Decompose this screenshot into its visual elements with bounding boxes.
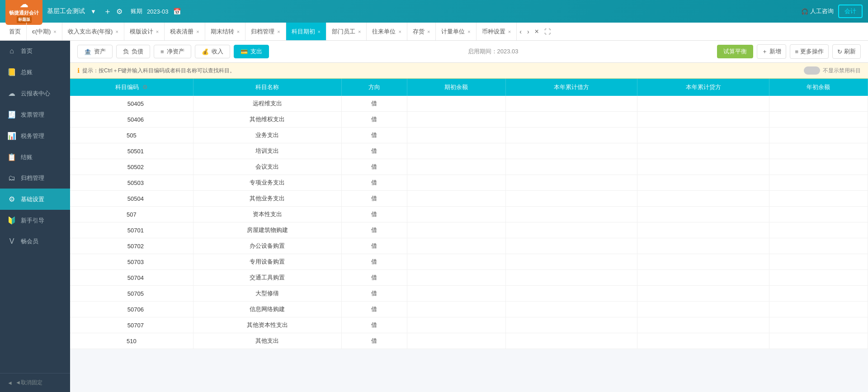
archive-icon: 🗂 bbox=[7, 174, 16, 182]
tab-prev-button[interactable]: ‹ bbox=[517, 28, 524, 35]
table-row[interactable]: 50705大型修缮借 bbox=[70, 286, 868, 302]
sub-tab-net-assets[interactable]: ≡ 净资产 bbox=[154, 45, 191, 58]
table-row[interactable]: 50706信息网络购建借 bbox=[70, 302, 868, 317]
tab-yearend[interactable]: 期末结转 × bbox=[205, 23, 245, 41]
sub-tab-liabilities[interactable]: 负 负债 bbox=[116, 45, 150, 58]
tab-close-all-button[interactable]: × bbox=[532, 28, 542, 36]
member-icon: V bbox=[7, 237, 16, 246]
cell-year-opening bbox=[769, 143, 868, 159]
logo-icon: ☁ bbox=[20, 0, 28, 9]
cell-name: 交通工具购置 bbox=[193, 270, 341, 286]
period-display: 启用期间：2023.03 bbox=[468, 47, 519, 56]
tab-currency-close[interactable]: × bbox=[508, 29, 511, 34]
table-row[interactable]: 50502会议支出借 bbox=[70, 159, 868, 175]
sidebar-item-guide[interactable]: 🔰 新手引导 bbox=[0, 210, 70, 231]
sidebar-item-ledger[interactable]: 📒 总账 bbox=[0, 61, 70, 83]
sub-tab-income[interactable]: 💰 收入 bbox=[195, 45, 230, 58]
toggle-switch[interactable] bbox=[804, 66, 820, 75]
col-settings-icon[interactable]: ⚙ bbox=[142, 84, 148, 90]
sidebar-item-home[interactable]: ⌂ 首页 bbox=[0, 41, 70, 61]
tab-next-button[interactable]: › bbox=[524, 28, 532, 35]
table-row[interactable]: 507资本性支出借 bbox=[70, 207, 868, 222]
cell-opening-balance bbox=[407, 128, 505, 143]
tab-income[interactable]: 收入支出表(年报) × bbox=[62, 23, 124, 41]
table-row[interactable]: 505业务支出借 bbox=[70, 128, 868, 143]
tab-home[interactable]: 首页 bbox=[4, 23, 27, 41]
tab-subject-init[interactable]: 科目期初 × bbox=[286, 23, 326, 41]
cell-opening-balance bbox=[407, 317, 505, 333]
table-row[interactable]: 50405远程维支出借 bbox=[70, 96, 868, 112]
table-row[interactable]: 50406其他维权支出借 bbox=[70, 112, 868, 128]
sub-tab-expenditure[interactable]: 💳 支出 bbox=[234, 45, 269, 58]
cell-ytd-credit bbox=[637, 143, 769, 159]
sidebar-item-basic-settings[interactable]: ⚙ 基础设置 bbox=[0, 189, 70, 210]
tab-contacts-close[interactable]: × bbox=[398, 29, 401, 34]
table-row[interactable]: 50702办公设备购置借 bbox=[70, 238, 868, 254]
cell-direction: 借 bbox=[342, 254, 407, 270]
sub-tab-assets[interactable]: 🏦 资产 bbox=[77, 45, 113, 58]
refresh-button[interactable]: ↻ 刷新 bbox=[832, 44, 861, 59]
table-row[interactable]: 50504其他业务支出借 bbox=[70, 191, 868, 207]
cell-direction: 借 bbox=[342, 317, 407, 333]
sidebar-item-closing[interactable]: 📋 结账 bbox=[0, 146, 70, 168]
sidebar-item-invoice[interactable]: 🧾 发票管理 bbox=[0, 104, 70, 125]
sidebar-collapse-button[interactable]: ◄ ◄取消固定 bbox=[0, 373, 70, 392]
tab-subject-init-close[interactable]: × bbox=[318, 29, 321, 34]
tab-unit-close[interactable]: × bbox=[467, 29, 470, 34]
content-area: 🏦 资产 负 负债 ≡ 净资产 💰 收入 💳 支出 启用期间：2023.03 试… bbox=[70, 41, 868, 392]
sidebar-item-archive[interactable]: 🗂 归档管理 bbox=[0, 168, 70, 189]
cell-ytd-debit bbox=[505, 128, 637, 143]
table-row[interactable]: 50704交通工具购置借 bbox=[70, 270, 868, 286]
sidebar-item-member[interactable]: V 畅会员 bbox=[0, 231, 70, 252]
table-row[interactable]: 510其他支出借 bbox=[70, 333, 868, 349]
tab-income-close[interactable]: × bbox=[115, 29, 118, 34]
account-button[interactable]: 会计 bbox=[838, 5, 863, 18]
settings-icon[interactable]: ⚙ bbox=[116, 7, 123, 16]
tab-inventory-close[interactable]: × bbox=[427, 29, 430, 34]
cell-ytd-debit bbox=[505, 270, 637, 286]
add-button[interactable]: ＋ 新增 bbox=[757, 44, 786, 59]
cell-ytd-credit bbox=[637, 333, 769, 349]
hide-disabled-label: 不显示禁用科目 bbox=[823, 67, 861, 75]
tab-mid[interactable]: є(中期) × bbox=[27, 23, 62, 41]
cell-code: 50503 bbox=[70, 175, 193, 191]
tab-archive[interactable]: 归档管理 × bbox=[245, 23, 286, 41]
tab-tax-close[interactable]: × bbox=[196, 29, 199, 34]
customer-service-button[interactable]: 🎧 人工咨询 bbox=[801, 7, 834, 15]
sidebar-item-tax[interactable]: 📊 税务管理 bbox=[0, 125, 70, 146]
sidebar-item-home-label: 首页 bbox=[21, 47, 33, 55]
table-row[interactable]: 50501培训支出借 bbox=[70, 143, 868, 159]
tab-inventory[interactable]: 存货 × bbox=[407, 23, 436, 41]
cell-year-opening bbox=[769, 270, 868, 286]
project-dropdown-icon[interactable]: ▼ bbox=[90, 8, 96, 15]
cell-ytd-debit bbox=[505, 112, 637, 128]
tab-contacts[interactable]: 往来单位 × bbox=[367, 23, 407, 41]
tab-template-close[interactable]: × bbox=[156, 29, 159, 34]
tab-department-close[interactable]: × bbox=[358, 29, 361, 34]
cell-name: 其他资本性支出 bbox=[193, 317, 341, 333]
balance-button[interactable]: 试算平衡 bbox=[717, 45, 753, 58]
sidebar-item-cloud-reports[interactable]: ☁ 云报表中心 bbox=[0, 83, 70, 104]
calendar-icon[interactable]: 📅 bbox=[173, 8, 181, 15]
hide-disabled-toggle[interactable]: 不显示禁用科目 bbox=[804, 66, 861, 75]
table-row[interactable]: 50701房屋建筑物购建借 bbox=[70, 222, 868, 238]
add-project-button[interactable]: ＋ bbox=[104, 6, 112, 17]
tab-archive-close[interactable]: × bbox=[277, 29, 280, 34]
cell-ytd-credit bbox=[637, 175, 769, 191]
tab-unit-label: 计量单位 bbox=[441, 28, 465, 36]
more-button[interactable]: ≡ 更多操作 bbox=[790, 44, 829, 59]
tab-expand-button[interactable]: ⛶ bbox=[542, 28, 553, 35]
table-row[interactable]: 50703专用设备购置借 bbox=[70, 254, 868, 270]
tab-unit[interactable]: 计量单位 × bbox=[436, 23, 476, 41]
tab-template[interactable]: 模版设计 × bbox=[124, 23, 165, 41]
table-row[interactable]: 50503专项业务支出借 bbox=[70, 175, 868, 191]
tab-tax[interactable]: 税表清册 × bbox=[165, 23, 205, 41]
cell-ytd-credit bbox=[637, 286, 769, 302]
table-row[interactable]: 50707其他资本性支出借 bbox=[70, 317, 868, 333]
tab-department[interactable]: 部门员工 × bbox=[326, 23, 367, 41]
tab-yearend-close[interactable]: × bbox=[237, 29, 240, 34]
net-assets-icon: ≡ bbox=[160, 48, 164, 55]
tab-currency[interactable]: 币种设置 × bbox=[476, 23, 517, 41]
tab-contacts-label: 往来单位 bbox=[372, 28, 396, 36]
tab-mid-close[interactable]: × bbox=[53, 29, 56, 34]
